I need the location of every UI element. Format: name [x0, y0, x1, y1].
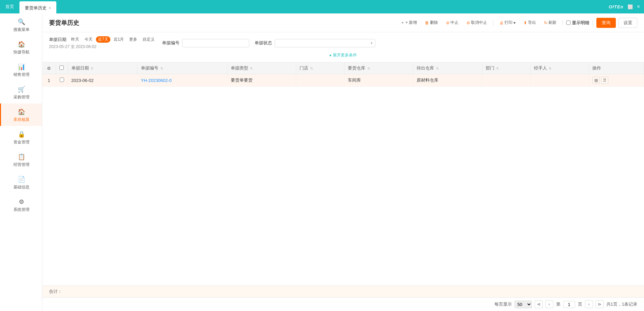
divider1: [493, 20, 493, 26]
sort-date-icon: ⇅: [91, 66, 93, 70]
shortcut-1month[interactable]: 近1月: [112, 36, 126, 43]
per-page-select[interactable]: 50 100: [515, 301, 532, 308]
table-area: ⚙ 单据日期 ⇅ 单据编号 ⇅ 单据类型: [42, 62, 644, 285]
cell-no[interactable]: YH-20230602-0: [138, 74, 227, 87]
th-handler[interactable]: 经手人 ⇅: [530, 62, 589, 74]
sidebar-item-inventory[interactable]: 🏠 库存核算: [0, 103, 42, 126]
sidebar-item-purchase[interactable]: 🛒 采购管理: [0, 81, 42, 103]
print-button[interactable]: 🖨 打印 ▾: [497, 18, 518, 27]
cell-date: 2023-06-02: [68, 74, 138, 87]
sidebar-item-label: 采购管理: [13, 94, 30, 100]
tab-close-icon[interactable]: ×: [49, 6, 51, 10]
stop-icon: ⊘: [446, 20, 449, 25]
shortcut-today[interactable]: 今天: [83, 36, 95, 43]
shortcut-more[interactable]: 更多: [127, 36, 139, 43]
table-body: 1 2023-06-02 YH-20230602-0 要货单要货 车间库 原材料…: [42, 74, 644, 87]
th-dept[interactable]: 部门 ⇅: [482, 62, 530, 74]
expand-more-button[interactable]: ▾ 展开更多条件: [49, 52, 637, 58]
print-dropdown-icon: ▾: [514, 20, 516, 25]
th-settings[interactable]: ⚙: [42, 62, 56, 74]
shortcut-yesterday[interactable]: 昨天: [69, 36, 81, 43]
display-detail-toggle[interactable]: 显示明细: [566, 20, 589, 26]
export-button[interactable]: ⬆ 导出: [521, 18, 539, 27]
pagination-bar: 每页显示 50 100 ⊲ ‹ 第 页 › ⊳ 共1页，1条记录: [42, 297, 644, 311]
sort-dept-icon: ⇅: [496, 66, 499, 70]
th-warehouse-label: 要货仓库: [348, 65, 365, 71]
sidebar-item-quick-nav[interactable]: 🏠 快捷导航: [0, 36, 42, 58]
window-controls: OfTEn ⬜ ×: [609, 4, 644, 10]
row-checkbox[interactable]: [60, 78, 64, 82]
sidebar-item-label: 快捷导航: [13, 49, 30, 55]
date-shortcuts: 昨天 今天 近7天 近1月 更多 自定义: [69, 36, 157, 43]
tab-bar: 首页 要货单历史 ×: [0, 0, 56, 13]
docno-input[interactable]: [182, 39, 249, 47]
table-header-row: ⚙ 单据日期 ⇅ 单据编号 ⇅ 单据类型: [42, 62, 644, 74]
query-button[interactable]: 查询: [596, 18, 616, 28]
tab-home[interactable]: 首页: [0, 0, 19, 13]
total-label: 合计：: [49, 288, 62, 295]
shortcut-custom[interactable]: 自定义: [141, 36, 157, 43]
page-input[interactable]: [563, 301, 575, 308]
th-no[interactable]: 单据编号 ⇅: [138, 62, 227, 74]
shortcut-7days[interactable]: 近7天: [96, 36, 110, 43]
restore-button[interactable]: ⬜: [628, 4, 633, 9]
tab-requisition-history[interactable]: 要货单历史 ×: [19, 1, 56, 15]
cancel-stop-icon: ⊘: [467, 20, 470, 25]
sort-type-icon: ⇅: [250, 66, 253, 70]
th-pending-wh[interactable]: 待出仓库 ⇅: [413, 62, 482, 74]
display-detail-checkbox[interactable]: [566, 20, 571, 25]
th-pending-wh-label: 待出仓库: [417, 65, 434, 71]
table-row: 1 2023-06-02 YH-20230602-0 要货单要货 车间库 原材料…: [42, 74, 644, 87]
display-detail-label: 显示明细: [572, 20, 589, 26]
sidebar-item-base-info[interactable]: 📄 基础信息: [0, 171, 42, 193]
cancel-stop-button[interactable]: ⊘ 取消中止: [464, 18, 490, 27]
sidebar-item-label: 销售管理: [13, 72, 30, 78]
expand-more-label: 展开更多条件: [333, 52, 357, 58]
view-op-button[interactable]: ⊞: [592, 77, 600, 84]
date-filter-group: 单据日期 昨天 今天 近7天 近1月 更多 自定义 2023-05-27 至 2…: [49, 36, 157, 50]
export-label: 导出: [528, 20, 536, 26]
close-button[interactable]: ×: [637, 4, 640, 10]
th-date-label: 单据日期: [71, 65, 89, 71]
first-page-button[interactable]: ⊲: [535, 300, 543, 308]
cell-checkbox[interactable]: [56, 74, 68, 87]
sidebar-item-finance[interactable]: 🔒 资金管理: [0, 126, 42, 148]
cell-shop: [296, 74, 344, 87]
more-op-button[interactable]: ⠿: [601, 77, 608, 84]
cell-pending-wh: 原材料仓库: [413, 74, 482, 87]
th-type[interactable]: 单据类型 ⇅: [227, 62, 296, 74]
sort-pending-wh-icon: ⇅: [436, 66, 439, 70]
last-page-button[interactable]: ⊳: [596, 300, 604, 308]
status-select[interactable]: [275, 39, 375, 47]
sales-icon: 📊: [18, 63, 25, 71]
purchase-icon: 🛒: [18, 86, 25, 93]
th-warehouse[interactable]: 要货仓库 ⇅: [344, 62, 413, 74]
sidebar-item-system[interactable]: ⚙ 系统管理: [0, 193, 42, 216]
stop-button[interactable]: ⊘ 中止: [443, 18, 461, 27]
system-icon: ⚙: [19, 198, 24, 206]
prev-page-button[interactable]: ‹: [545, 300, 553, 308]
sidebar-item-label: 搜索菜单: [13, 27, 30, 33]
sidebar-item-search-menu[interactable]: 🔍 搜索菜单: [0, 13, 42, 36]
select-all-checkbox[interactable]: [59, 65, 64, 70]
export-icon: ⬆: [524, 20, 527, 25]
total-records: 共1页，1条记录: [606, 301, 637, 307]
th-ops: 操作: [589, 62, 644, 74]
sidebar-item-label: 资金管理: [13, 139, 30, 145]
date-range-display: 2023-05-27 至 2023-06-02: [49, 44, 157, 50]
sidebar-item-sales[interactable]: 📊 销售管理: [0, 58, 42, 81]
status-select-wrapper: [275, 39, 375, 47]
doc-no-link[interactable]: YH-20230602-0: [141, 78, 172, 83]
refresh-button[interactable]: ↻ 刷新: [541, 18, 559, 27]
th-shop[interactable]: 门店 ⇅: [296, 62, 344, 74]
delete-button[interactable]: 🗑 删除: [422, 18, 441, 27]
new-button[interactable]: ＋ + 新增: [398, 18, 420, 27]
next-page-button[interactable]: ›: [585, 300, 593, 308]
sidebar-item-label: 经营管理: [13, 162, 30, 168]
sidebar: 🔍 搜索菜单 🏠 快捷导航 📊 销售管理 🛒 采购管理 🏠 库存核算 🔒 资金管…: [0, 13, 42, 311]
page-suffix: 页: [578, 301, 582, 307]
th-date[interactable]: 单据日期 ⇅: [68, 62, 138, 74]
sidebar-item-operations[interactable]: 📋 经营管理: [0, 148, 42, 171]
settings-button[interactable]: 设置: [619, 18, 637, 28]
sort-handler-icon: ⇅: [549, 66, 551, 70]
